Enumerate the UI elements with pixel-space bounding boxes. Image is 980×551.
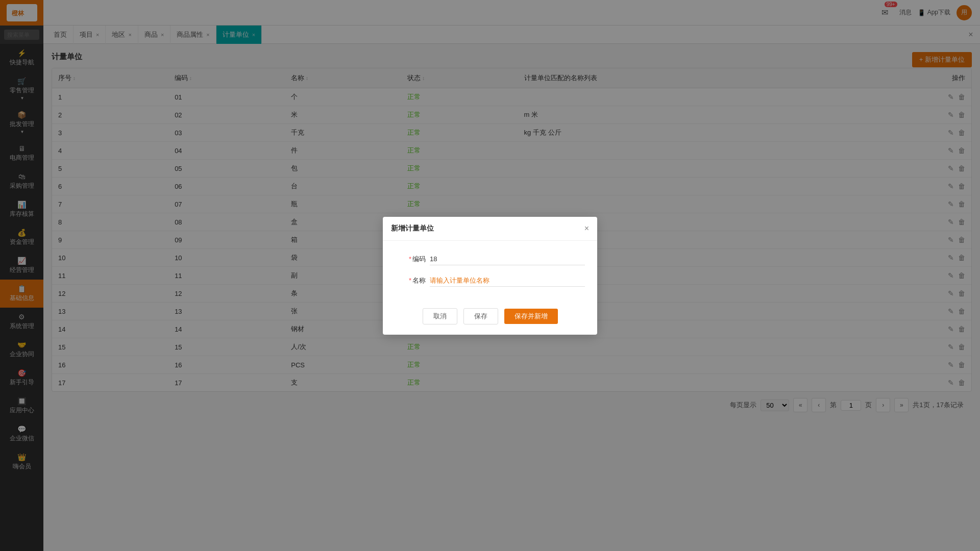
required-mark-name: * — [409, 277, 411, 284]
form-row-name: *名称 — [395, 274, 585, 287]
form-code-label: *编码 — [395, 255, 426, 264]
save-and-add-button[interactable]: 保存并新增 — [504, 309, 558, 324]
dialog-close-button[interactable]: × — [584, 224, 589, 233]
dialog-title: 新增计量单位 — [391, 224, 434, 233]
dialog-overlay: 新增计量单位 × *编码 *名称 取消 保存 保存并新增 — [0, 0, 980, 551]
required-mark: * — [409, 255, 411, 263]
code-input[interactable] — [430, 253, 585, 265]
dialog-footer: 取消 保存 保存并新增 — [383, 302, 597, 335]
name-input[interactable] — [430, 274, 585, 287]
form-name-label: *名称 — [395, 276, 426, 285]
dialog-body: *编码 *名称 — [383, 241, 597, 302]
cancel-button[interactable]: 取消 — [423, 308, 457, 324]
add-unit-dialog: 新增计量单位 × *编码 *名称 取消 保存 保存并新增 — [383, 217, 597, 335]
form-row-code: *编码 — [395, 253, 585, 265]
dialog-header: 新增计量单位 × — [383, 217, 597, 241]
save-button[interactable]: 保存 — [463, 308, 498, 324]
